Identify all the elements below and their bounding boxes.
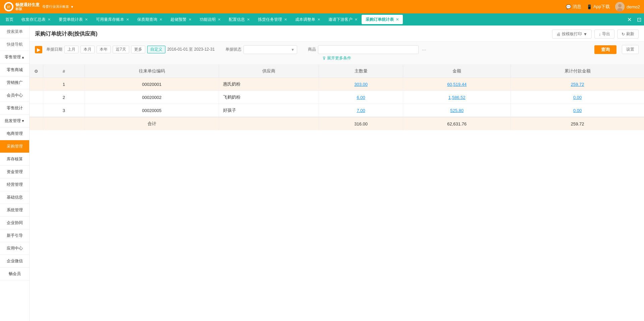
top-bar-left: 好 畅捷通好生意 标版 母婴行业演示账套 ▼ bbox=[4, 2, 74, 11]
goods-filter-label: 商品 bbox=[308, 47, 316, 52]
tab-close-icon[interactable]: ✕ bbox=[317, 17, 320, 22]
tab-close-icon[interactable]: ✕ bbox=[396, 17, 399, 22]
row-settings-col bbox=[30, 104, 43, 117]
tab-close-icon[interactable]: ✕ bbox=[284, 17, 287, 22]
tab-close-icon[interactable]: ✕ bbox=[48, 17, 51, 22]
row-amount[interactable]: 1,586.52 bbox=[403, 91, 511, 104]
sidebar-item-member-center[interactable]: 会员中心 bbox=[0, 89, 29, 102]
tab-config-info[interactable]: 配置信息 ✕ bbox=[225, 15, 254, 24]
footer-row-num-col bbox=[43, 117, 85, 130]
sidebar-search-menu[interactable]: 搜索菜单 bbox=[0, 25, 29, 38]
goods-more-button[interactable]: ··· bbox=[421, 47, 427, 52]
footer-supplier-col bbox=[219, 117, 319, 130]
tab-close-icon[interactable]: ✕ bbox=[218, 17, 221, 22]
footer-paid-amount: 259.72 bbox=[511, 117, 644, 130]
filter-toggle-button[interactable]: ▶ bbox=[35, 46, 42, 53]
tab-over-stock[interactable]: 超储预警 ✕ bbox=[166, 15, 196, 24]
filter-row: ▶ 单据日期 上月 本月 本年 近7天 更多 自定义 2016-01-01 至 … bbox=[35, 45, 639, 54]
row-amount[interactable]: 525.80 bbox=[403, 104, 511, 117]
sidebar-item-marketing[interactable]: 营销推广 bbox=[0, 76, 29, 89]
tab-receive-summary[interactable]: 收发存汇总表 ✕ bbox=[17, 15, 55, 24]
date-quick-this-year[interactable]: 本年 bbox=[97, 46, 111, 53]
tab-purchase-summary[interactable]: 采购订单统计表 ✕ bbox=[362, 15, 403, 24]
status-select-wrapper: ▼ bbox=[244, 45, 297, 54]
tab-expiry-query[interactable]: 保质期查询 ✕ bbox=[133, 15, 166, 24]
nav-tabs: 首页 收发存汇总表 ✕ 要货单统计表 ✕ 可用量库存账本 ✕ 保质期查询 ✕ 超… bbox=[0, 13, 644, 25]
row-supplier-name: 惠氏奶粉 bbox=[219, 78, 319, 91]
sidebar-item-ecommerce-management[interactable]: 电商管理 bbox=[0, 127, 29, 140]
tab-pick-task[interactable]: 拣货任务管理 ✕ bbox=[254, 15, 291, 24]
user-area[interactable]: demo2 bbox=[615, 2, 640, 11]
sidebar-quick-nav[interactable]: 快捷导航 bbox=[0, 38, 29, 51]
sidebar-item-enterprise-wechat[interactable]: 企业微信 bbox=[0, 255, 29, 268]
col-supplier-code: 往来单位编码 bbox=[85, 65, 219, 78]
tab-invite-downstream[interactable]: 邀请下游客户 ✕ bbox=[324, 15, 362, 24]
refresh-icon: ↻ bbox=[622, 32, 625, 37]
sidebar-item-basic-info[interactable]: 基础信息 bbox=[0, 191, 29, 204]
sidebar-item-inventory-check[interactable]: 库存核算 bbox=[0, 153, 29, 166]
status-select[interactable] bbox=[244, 45, 297, 54]
settings-button[interactable]: 设置 bbox=[622, 45, 639, 54]
message-button[interactable]: 💬 消息 bbox=[566, 4, 581, 10]
tab-goods-summary[interactable]: 要货单统计表 ✕ bbox=[55, 15, 92, 24]
app-download-button[interactable]: 📱 App下载 bbox=[587, 4, 610, 10]
tab-close-icon[interactable]: ✕ bbox=[247, 17, 250, 22]
table-header-row: ⚙ # 往来单位编码 供应商 主数量 金额 累计付款金额 bbox=[30, 65, 644, 78]
chevron-down-icon: ⊽ bbox=[323, 56, 326, 61]
sidebar-item-operations-management[interactable]: 经营管理 bbox=[0, 178, 29, 191]
tab-function-desc[interactable]: 功能说明 ✕ bbox=[196, 15, 225, 24]
row-amount[interactable]: 60,519.44 bbox=[403, 78, 511, 91]
top-bar-right: 💬 消息 📱 App下载 demo2 bbox=[566, 2, 640, 11]
date-quick-more[interactable]: 更多 bbox=[131, 46, 145, 53]
query-button[interactable]: 查询 bbox=[594, 45, 616, 54]
row-num: 2 bbox=[43, 91, 85, 104]
print-button[interactable]: 🖨 按模板打印 ▼ bbox=[552, 30, 592, 39]
expand-icon: ▲ bbox=[21, 55, 25, 59]
sidebar-item-purchase-management[interactable]: 采购管理 bbox=[0, 140, 29, 153]
row-quantity[interactable]: 6.00 bbox=[319, 91, 403, 104]
sidebar-item-retail-management[interactable]: 零售管理 ▲ bbox=[0, 51, 29, 64]
date-quick-this-month[interactable]: 本月 bbox=[80, 46, 95, 53]
svg-text:好: 好 bbox=[7, 5, 10, 9]
row-paid-amount[interactable]: 0.00 bbox=[511, 91, 644, 104]
tab-cost-adjust[interactable]: 成本调整单 ✕ bbox=[291, 15, 324, 24]
window-restore-button[interactable]: ⊡ bbox=[636, 16, 643, 23]
sidebar-item-retail-stats[interactable]: 零售统计 bbox=[0, 102, 29, 115]
table-row: 200020002飞鹤奶粉6.001,586.520.00 bbox=[30, 91, 644, 104]
sidebar-item-system-management[interactable]: 系统管理 bbox=[0, 204, 29, 217]
workspace-selector[interactable]: 母婴行业演示账套 ▼ bbox=[42, 4, 74, 9]
sidebar-item-enterprise-cooperation[interactable]: 企业协同 bbox=[0, 217, 29, 229]
tab-home[interactable]: 首页 bbox=[1, 15, 17, 24]
refresh-button[interactable]: ↻ 刷新 bbox=[617, 30, 639, 39]
row-quantity[interactable]: 7.00 bbox=[319, 104, 403, 117]
row-quantity[interactable]: 303.00 bbox=[319, 78, 403, 91]
custom-date-badge[interactable]: 自定义 bbox=[147, 46, 165, 53]
date-quick-7days[interactable]: 近7天 bbox=[113, 46, 129, 53]
row-supplier-name: 飞鹤奶粉 bbox=[219, 91, 319, 104]
tab-close-icon[interactable]: ✕ bbox=[85, 17, 88, 22]
tab-close-icon[interactable]: ✕ bbox=[126, 17, 129, 22]
logo-icon: 好 bbox=[4, 2, 13, 11]
tab-close-icon[interactable]: ✕ bbox=[355, 17, 358, 22]
sidebar-item-retail-shop[interactable]: 零售商城 bbox=[0, 64, 29, 76]
table-wrapper: ⚙ # 往来单位编码 供应商 主数量 金额 累计付款金额 100020001惠氏… bbox=[30, 65, 644, 321]
window-close-button[interactable]: ✕ bbox=[626, 16, 633, 23]
export-button[interactable]: ↓ 导出 bbox=[594, 30, 614, 39]
sidebar-item-finance-management[interactable]: 资金管理 bbox=[0, 166, 29, 178]
expand-filter-button[interactable]: ⊽ 展开更多条件 bbox=[323, 55, 351, 61]
sidebar-item-wholesale-management[interactable]: 批发管理 ▼ bbox=[0, 115, 29, 127]
row-paid-amount[interactable]: 0.00 bbox=[511, 104, 644, 117]
tab-close-icon[interactable]: ✕ bbox=[159, 17, 162, 22]
goods-input[interactable] bbox=[318, 45, 419, 54]
sidebar-item-new-guide[interactable]: 新手引导 bbox=[0, 229, 29, 242]
sidebar: 搜索菜单 快捷导航 零售管理 ▲ 零售商城 营销推广 会员中心 零售统计 批发管… bbox=[0, 25, 30, 321]
expand-icon: ▼ bbox=[21, 119, 25, 123]
tab-inventory-book[interactable]: 可用量库存账本 ✕ bbox=[92, 15, 133, 24]
col-paid-amount: 累计付款金额 bbox=[511, 65, 644, 78]
tab-close-icon[interactable]: ✕ bbox=[189, 17, 192, 22]
sidebar-item-vip-member[interactable]: 畅会员 bbox=[0, 268, 29, 280]
dropdown-icon: ▼ bbox=[583, 32, 587, 37]
date-quick-last-month[interactable]: 上月 bbox=[64, 46, 78, 53]
row-paid-amount[interactable]: 259.72 bbox=[511, 78, 644, 91]
sidebar-item-app-center[interactable]: 应用中心 bbox=[0, 242, 29, 255]
